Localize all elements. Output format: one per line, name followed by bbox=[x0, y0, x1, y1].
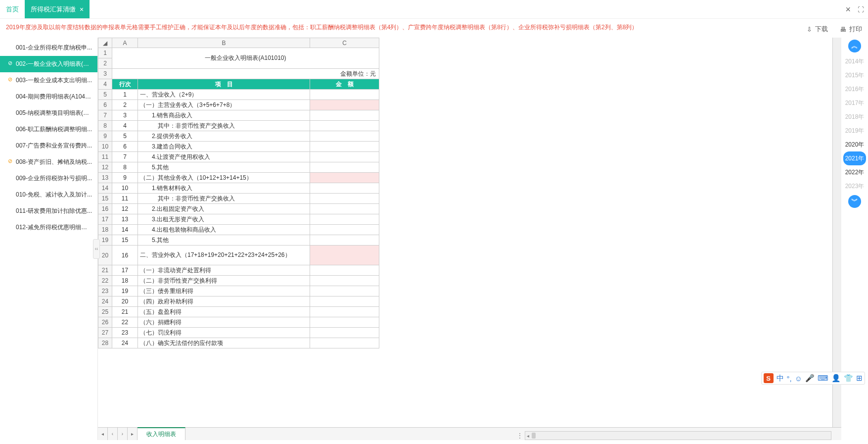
horizontal-scrollbar[interactable]: ◂ bbox=[525, 431, 831, 440]
cell-amount[interactable] bbox=[310, 110, 379, 121]
cell-rownum[interactable]: 11 bbox=[112, 194, 138, 204]
cell-item[interactable]: （二）非货币性资产交换利得 bbox=[138, 276, 310, 286]
row-header[interactable]: 11 bbox=[98, 152, 112, 162]
row-header[interactable]: 21 bbox=[98, 265, 112, 276]
row-header[interactable]: 10 bbox=[98, 142, 112, 152]
sidebar-item-5[interactable]: 005-纳税调整项目明细表(A1... bbox=[0, 105, 97, 121]
ime-cn-icon[interactable]: 中 bbox=[777, 374, 784, 383]
sheet-nav-next-icon[interactable]: › bbox=[118, 428, 128, 440]
cell-item[interactable]: （三）债务重组利得 bbox=[138, 286, 310, 296]
cell-item[interactable]: 二、营业外收入（17+18+19+20+21+22+23+24+25+26） bbox=[138, 246, 310, 265]
cell-item[interactable]: 4.出租包装物和商品收入 bbox=[138, 225, 310, 235]
sidebar-item-4[interactable]: 004-期间费用明细表(A1040... bbox=[0, 89, 97, 105]
ime-keyboard-icon[interactable]: ⌨ bbox=[818, 374, 828, 383]
year-option[interactable]: 2019年 bbox=[843, 124, 866, 138]
sidebar-item-7[interactable]: 007-广告费和业务宣传费跨... bbox=[0, 138, 97, 154]
corner-cell[interactable]: ◢ bbox=[98, 38, 112, 48]
year-option[interactable]: 2022年 bbox=[843, 165, 866, 179]
cell-rownum[interactable]: 8 bbox=[112, 162, 138, 173]
row-header[interactable]: 15 bbox=[98, 194, 112, 204]
row-header[interactable]: 2 bbox=[98, 58, 112, 69]
cell-amount[interactable] bbox=[310, 90, 379, 100]
cell-item[interactable]: （八）确实无法偿付的应付款项 bbox=[138, 338, 310, 348]
cell-amount[interactable] bbox=[310, 225, 379, 235]
row-header[interactable]: 13 bbox=[98, 173, 112, 183]
row-header[interactable]: 27 bbox=[98, 328, 112, 338]
vertical-scrollbar[interactable] bbox=[832, 38, 841, 427]
cell-amount[interactable] bbox=[310, 162, 379, 173]
sidebar-collapse-handle[interactable]: ‹‹ bbox=[93, 239, 100, 259]
sidebar-item-2[interactable]: ⊘002-一般企业收入明细表(A1... bbox=[0, 56, 97, 72]
year-scroll-down-icon[interactable]: ︾ bbox=[848, 195, 861, 208]
spreadsheet-grid[interactable]: ◢ABC1一般企业收入明细表(A101010)23金额单位：元4行次项 目金 额… bbox=[98, 38, 379, 348]
sidebar-item-6[interactable]: 006-职工薪酬纳税调整明细... bbox=[0, 121, 97, 138]
sidebar-item-8[interactable]: ⊘008-资产折旧、摊销及纳税... bbox=[0, 154, 97, 170]
row-header[interactable]: 23 bbox=[98, 286, 112, 296]
cell-amount[interactable] bbox=[310, 152, 379, 162]
row-header[interactable]: 28 bbox=[98, 338, 112, 348]
row-header[interactable]: 5 bbox=[98, 90, 112, 100]
cell-rownum[interactable]: 1 bbox=[112, 90, 138, 100]
sidebar-item-1[interactable]: 001-企业所得税年度纳税申... bbox=[0, 40, 97, 56]
cell-rownum[interactable]: 2 bbox=[112, 100, 138, 110]
cell-rownum[interactable]: 5 bbox=[112, 131, 138, 142]
cell-rownum[interactable]: 10 bbox=[112, 183, 138, 194]
year-option[interactable]: 2014年 bbox=[843, 54, 866, 68]
cell-rownum[interactable]: 22 bbox=[112, 317, 138, 328]
cell-rownum[interactable]: 15 bbox=[112, 235, 138, 246]
cell-rownum[interactable]: 17 bbox=[112, 265, 138, 276]
sidebar-item-11[interactable]: 011-研发费用加计扣除优惠... bbox=[0, 203, 97, 219]
row-header[interactable]: 7 bbox=[98, 110, 112, 121]
cell-amount[interactable] bbox=[310, 131, 379, 142]
close-icon[interactable]: × bbox=[80, 5, 84, 13]
cell-amount[interactable] bbox=[310, 121, 379, 131]
sheet-nav-first-icon[interactable]: ◂ bbox=[98, 428, 108, 440]
sidebar-item-10[interactable]: 010-免税、减计收入及加计... bbox=[0, 187, 97, 203]
sheet-tab-income[interactable]: 收入明细表 bbox=[137, 427, 185, 440]
row-header[interactable]: 8 bbox=[98, 121, 112, 131]
row-header[interactable]: 20 bbox=[98, 246, 112, 265]
cell-amount[interactable] bbox=[310, 317, 379, 328]
row-header[interactable]: 12 bbox=[98, 162, 112, 173]
cell-rownum[interactable]: 19 bbox=[112, 286, 138, 296]
cell-rownum[interactable]: 7 bbox=[112, 152, 138, 162]
ime-punct-icon[interactable]: °, bbox=[787, 374, 792, 383]
cell-amount[interactable] bbox=[310, 183, 379, 194]
row-header[interactable]: 26 bbox=[98, 317, 112, 328]
cell-item[interactable]: 1.销售材料收入 bbox=[138, 183, 310, 194]
cell-amount[interactable] bbox=[310, 276, 379, 286]
row-header[interactable]: 18 bbox=[98, 225, 112, 235]
scroll-left-icon[interactable]: ◂ bbox=[525, 433, 531, 439]
cell-amount[interactable] bbox=[310, 194, 379, 204]
row-header[interactable]: 25 bbox=[98, 307, 112, 317]
cell-item[interactable]: （六）捐赠利得 bbox=[138, 317, 310, 328]
cell-item[interactable]: 1.销售商品收入 bbox=[138, 110, 310, 121]
col-header-B[interactable]: B bbox=[138, 38, 310, 48]
cell-item[interactable]: （五）盘盈利得 bbox=[138, 307, 310, 317]
sheet-nav-prev-icon[interactable]: ‹ bbox=[108, 428, 118, 440]
sidebar-item-3[interactable]: ⊘003-一般企业成本支出明细... bbox=[0, 72, 97, 89]
sidebar-item-12[interactable]: 012-减免所得税优惠明细表(... bbox=[0, 219, 97, 236]
cell-rownum[interactable]: 9 bbox=[112, 173, 138, 183]
print-button[interactable]: 🖶 打印 bbox=[840, 25, 862, 34]
tab-tax-settlement[interactable]: 所得税汇算清缴 × bbox=[25, 0, 90, 18]
row-header[interactable]: 6 bbox=[98, 100, 112, 110]
col-header-C[interactable]: C bbox=[310, 38, 379, 48]
cell-amount[interactable] bbox=[310, 296, 379, 307]
cell-item[interactable]: 3.建造合同收入 bbox=[138, 142, 310, 152]
cell-rownum[interactable]: 18 bbox=[112, 276, 138, 286]
cell-rownum[interactable]: 14 bbox=[112, 225, 138, 235]
row-header[interactable]: 4 bbox=[98, 79, 112, 90]
cell-amount[interactable] bbox=[310, 265, 379, 276]
cell-rownum[interactable]: 23 bbox=[112, 328, 138, 338]
row-header[interactable]: 16 bbox=[98, 204, 112, 214]
sidebar-item-9[interactable]: 009-企业所得税弥补亏损明... bbox=[0, 170, 97, 187]
ime-emoji-icon[interactable]: ☺ bbox=[795, 374, 802, 383]
cell-item[interactable]: 5.其他 bbox=[138, 162, 310, 173]
cell-amount[interactable] bbox=[310, 100, 379, 110]
year-option[interactable]: 2023年 bbox=[843, 179, 866, 193]
row-header[interactable]: 24 bbox=[98, 296, 112, 307]
cell-item[interactable]: 2.提供劳务收入 bbox=[138, 131, 310, 142]
cell-item[interactable]: （一）主营业务收入（3+5+6+7+8） bbox=[138, 100, 310, 110]
cell-amount[interactable] bbox=[310, 338, 379, 348]
